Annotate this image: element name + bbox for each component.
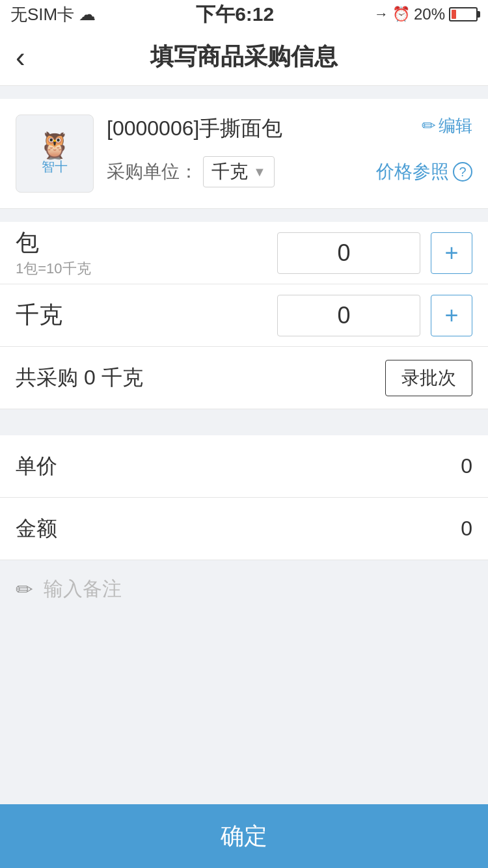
bao-label: 包 (16, 227, 94, 259)
unit-price-row: 单价 0 (0, 435, 488, 498)
product-name: [0000006]手撕面包 (107, 115, 411, 143)
product-info: [0000006]手撕面包 ✏ 编辑 采购单位： 千克 ▼ 价格参照 ? (107, 115, 472, 187)
kg-label: 千克 (16, 299, 94, 331)
amount-row: 金额 0 (0, 498, 488, 560)
amount-label: 金额 (16, 515, 57, 543)
kg-plus-button[interactable]: + (431, 295, 472, 336)
status-bar: 无SIM卡 ☁ 下午6:12 → ⏰ 20% (0, 0, 488, 29)
bao-input-row: 包 1包=10千克 + (0, 222, 488, 284)
remarks-placeholder: 输入备注 (44, 576, 122, 603)
unit-price-value: 0 (461, 454, 472, 478)
product-logo-sub: 智十 (38, 158, 71, 176)
status-right: → ⏰ 20% (374, 5, 478, 23)
confirm-button[interactable]: 确定 (0, 804, 488, 868)
battery-icon (449, 7, 478, 21)
unit-label: 采购单位： (107, 159, 198, 184)
remarks-input-row: ✏ 输入备注 (16, 576, 472, 603)
bao-quantity-input[interactable] (277, 232, 420, 274)
product-image: 🦉 智十 (16, 115, 94, 193)
amount-value: 0 (461, 517, 472, 541)
chevron-down-icon: ▼ (253, 165, 266, 180)
unit-price-label: 单价 (16, 452, 57, 481)
product-logo: 🦉 (38, 132, 71, 158)
section-divider-2 (0, 409, 488, 422)
summary-label: 共采购 (16, 366, 78, 389)
back-button[interactable]: ‹ (16, 43, 25, 72)
edit-button[interactable]: ✏ 编辑 (422, 115, 472, 137)
bao-sub-label: 1包=10千克 (16, 259, 94, 278)
edit-label: 编辑 (439, 115, 472, 137)
kg-input-row: 千克 + (0, 284, 488, 347)
kg-quantity-input[interactable] (277, 295, 420, 336)
help-icon: ? (453, 162, 472, 182)
sim-label: 无SIM卡 ☁ (10, 3, 96, 26)
batch-record-button[interactable]: 录批次 (385, 360, 472, 396)
status-time: 下午6:12 (196, 1, 274, 28)
edit-icon: ✏ (422, 116, 436, 136)
summary-row: 共采购 0 千克 录批次 (0, 347, 488, 409)
nav-title: 填写商品采购信息 (150, 41, 338, 73)
alarm-icon: ⏰ (392, 6, 410, 23)
input-section: 包 1包=10千克 + 千克 + 共采购 0 千克 (0, 222, 488, 409)
bao-plus-button[interactable]: + (431, 232, 472, 274)
status-left: 无SIM卡 ☁ (10, 3, 96, 26)
battery-percent: 20% (414, 5, 445, 23)
product-card: 🦉 智十 [0000006]手撕面包 ✏ 编辑 采购单位： 千克 ▼ (0, 99, 488, 209)
pencil-icon: ✏ (16, 577, 33, 602)
nav-bar: ‹ 填写商品采购信息 (0, 29, 488, 86)
unit-select[interactable]: 千克 ▼ (203, 156, 275, 187)
summary-unit: 千克 (102, 366, 143, 389)
price-reference-button[interactable]: 价格参照 ? (376, 159, 472, 184)
price-ref-label: 价格参照 (376, 159, 449, 184)
summary-text: 共采购 0 千克 (16, 364, 143, 392)
price-section: 单价 0 金额 0 (0, 435, 488, 560)
summary-amount: 0 (84, 366, 96, 389)
section-divider-1 (0, 209, 488, 222)
location-icon: → (374, 6, 388, 23)
remarks-section[interactable]: ✏ 输入备注 (0, 560, 488, 690)
unit-value: 千克 (211, 159, 248, 184)
